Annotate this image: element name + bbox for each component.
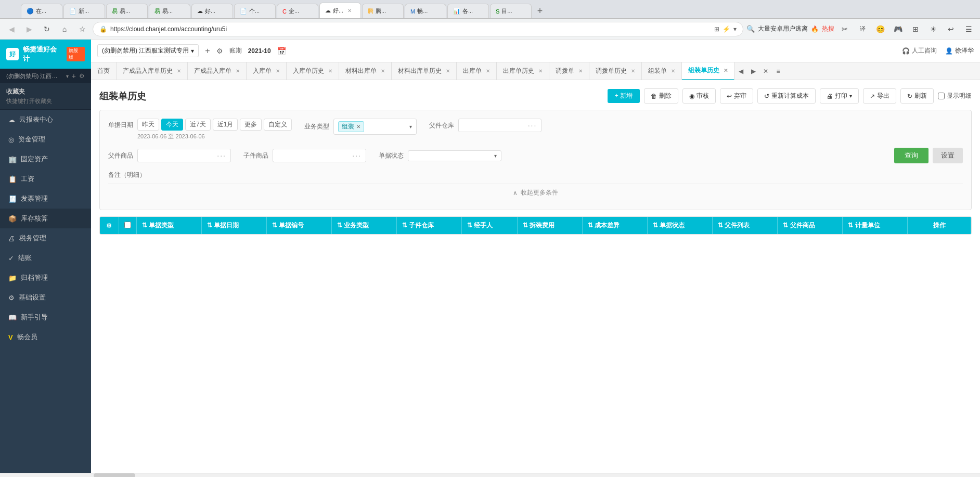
sidebar-item-archive[interactable]: 📁 归档管理	[0, 268, 91, 288]
sidebar-company-area[interactable]: (勿删勿禁用) 江西服宝测试专用 ▾ + ⚙	[0, 69, 91, 83]
settings-icon[interactable]: ⚙	[79, 72, 85, 80]
grid-btn[interactable]: ⊞	[908, 22, 923, 36]
col-parent-list[interactable]: ⇅ 父件列表	[713, 217, 778, 234]
menu-btn[interactable]: ☰	[961, 22, 976, 36]
sun-btn[interactable]: ☀	[926, 22, 940, 36]
col-handler[interactable]: ⇅ 经手人	[461, 217, 517, 234]
scrollbar-thumb[interactable]	[94, 473, 135, 477]
browser-tab-6[interactable]: 📄个...	[234, 4, 276, 18]
browser-tab-8-active[interactable]: ☁好...✕	[319, 3, 361, 18]
user-info[interactable]: 👤 徐泽华	[945, 46, 974, 55]
add-company-btn[interactable]: +	[205, 46, 210, 56]
tab-more-btn[interactable]: ≡	[772, 62, 784, 80]
sidebar-item-invoice[interactable]: 🧾 发票管理	[0, 189, 91, 209]
url-bar[interactable]: 🔒 https://cloud.chanjet.com/accounting/u…	[93, 22, 743, 36]
tab-nav-right[interactable]: ▶	[747, 62, 759, 80]
abandon-btn[interactable]: ↩弃审	[720, 88, 753, 104]
delete-btn[interactable]: 🗑删除	[644, 88, 678, 104]
browser-tab-4[interactable]: 易易...	[149, 4, 190, 18]
parent-goods-input[interactable]: ···	[137, 149, 231, 162]
child-goods-input[interactable]: ···	[273, 149, 366, 162]
browser-tab-7[interactable]: C企...	[277, 4, 318, 18]
date-btn-more[interactable]: 更多	[240, 119, 262, 131]
tab-material-out-history[interactable]: 材料出库单历史 ✕	[392, 62, 457, 80]
col-settings[interactable]: ⚙	[100, 217, 119, 234]
date-btn-yesterday[interactable]: 昨天	[137, 119, 159, 131]
filter-settings-btn[interactable]: 设置	[933, 148, 963, 163]
col-child-warehouse[interactable]: ⇅ 子件仓库	[396, 217, 461, 234]
browser-tab-9[interactable]: 腾腾...	[362, 4, 404, 18]
print-btn[interactable]: 🖨打印▾	[820, 88, 859, 104]
col-business-type[interactable]: ⇅ 业务类型	[331, 217, 396, 234]
sidebar-item-checkout[interactable]: ✓ 结账	[0, 248, 91, 268]
browser-tab-5[interactable]: ☁好...	[191, 4, 233, 18]
col-disassembly-fee[interactable]: ⇅ 拆装费用	[517, 217, 582, 234]
col-unit[interactable]: ⇅ 计量单位	[843, 217, 908, 234]
select-all-checkbox[interactable]	[124, 222, 131, 228]
company-selector[interactable]: (勿删勿禁用) 江西服宝测试专用 ▾	[97, 44, 199, 57]
horizontal-scrollbar[interactable]	[0, 473, 980, 477]
tab-close-btn[interactable]: ✕	[759, 62, 772, 80]
tab-in-order[interactable]: 入库单 ✕	[247, 62, 287, 80]
business-tag-close[interactable]: ✕	[356, 124, 360, 130]
translate-btn[interactable]: 译	[855, 22, 870, 36]
col-order-date[interactable]: ⇅ 单据日期	[201, 217, 266, 234]
tab-out-history[interactable]: 出库单历史 ✕	[497, 62, 549, 80]
settings-gear-btn[interactable]: ⚙	[216, 47, 223, 55]
browser-tab-12[interactable]: S目...	[490, 4, 532, 18]
refresh-btn[interactable]: ↻刷新	[900, 88, 934, 104]
sidebar-item-fund[interactable]: ◎ 资金管理	[0, 130, 91, 149]
scissors-btn[interactable]: ✂	[837, 22, 852, 36]
col-order-no[interactable]: ⇅ 单据编号	[266, 217, 331, 234]
col-checkbox[interactable]	[119, 217, 136, 234]
col-order-type[interactable]: ⇅ 单据类型	[136, 217, 201, 234]
recalc-btn[interactable]: ↺重新计算成本	[757, 88, 816, 104]
business-type-selector[interactable]: 组装 ✕ ▾	[333, 119, 417, 135]
sidebar-item-payroll[interactable]: 📋 工资	[0, 169, 91, 189]
date-btn-1month[interactable]: 近1月	[213, 119, 238, 131]
sidebar-item-member[interactable]: V 畅会员	[0, 327, 91, 347]
tab-material-out[interactable]: 材料出库单 ✕	[339, 62, 392, 80]
undo-btn[interactable]: ↩	[944, 22, 958, 36]
sidebar-item-basic-settings[interactable]: ⚙ 基础设置	[0, 288, 91, 307]
refresh-nav-btn[interactable]: ↻	[40, 22, 54, 36]
sidebar-item-tax[interactable]: 🖨 税务管理	[0, 228, 91, 248]
tab-produce-in-history[interactable]: 产成品入库单历史 ✕	[117, 62, 188, 80]
emoji-btn[interactable]: 😊	[873, 22, 887, 36]
col-parent-goods[interactable]: ⇅ 父件商品	[778, 217, 843, 234]
browser-tab-11[interactable]: 📊各...	[447, 4, 489, 18]
sidebar-item-fixed-assets[interactable]: 🏢 固定资产	[0, 149, 91, 169]
tab-in-history[interactable]: 入库单历史 ✕	[287, 62, 339, 80]
add-btn[interactable]: + 新增	[608, 89, 640, 103]
display-detail-checkbox[interactable]	[938, 93, 945, 99]
consult-btn[interactable]: 🎧 人工咨询	[902, 46, 937, 55]
collapse-bar[interactable]: ∧ 收起更多条件	[108, 184, 963, 201]
tab-nav-left[interactable]: ◀	[734, 62, 747, 80]
date-btn-7days[interactable]: 近7天	[185, 119, 211, 131]
parent-warehouse-input[interactable]: ···	[458, 119, 541, 132]
tab-produce-in[interactable]: 产成品入库单 ✕	[188, 62, 247, 80]
tab-out-order[interactable]: 出库单 ✕	[457, 62, 497, 80]
browser-tab-10[interactable]: M畅...	[405, 4, 446, 18]
back-btn[interactable]: ◀	[4, 22, 19, 36]
query-btn[interactable]: 查询	[894, 148, 929, 163]
date-btn-custom[interactable]: 自定义	[264, 119, 292, 131]
favorites-sub[interactable]: 快捷键打开收藏夹	[6, 97, 85, 105]
sidebar-item-inventory[interactable]: 📦 库存核算	[0, 209, 91, 228]
bookmark-btn[interactable]: ☆	[75, 22, 89, 36]
calendar-icon[interactable]: 📅	[277, 47, 286, 55]
browser-tab-3[interactable]: 易易...	[106, 4, 148, 18]
tab-assembly[interactable]: 调拨单 ✕	[549, 62, 589, 80]
tab-assembly-history[interactable]: 调拨单历史 ✕	[589, 62, 642, 80]
new-tab-btn[interactable]: +	[533, 4, 547, 18]
browser-tab-2[interactable]: 📄新...	[63, 4, 105, 18]
tab-pack-history[interactable]: 组装单历史 ✕	[682, 62, 734, 80]
game-btn[interactable]: 🎮	[891, 22, 905, 36]
sidebar-item-cloud-report[interactable]: ☁ 云报表中心	[0, 110, 91, 130]
tab-home[interactable]: 首页	[91, 62, 117, 80]
add-company-icon[interactable]: +	[72, 72, 76, 80]
export-btn[interactable]: ↗导出	[863, 88, 896, 104]
date-btn-today[interactable]: 今天	[161, 119, 183, 131]
audit-btn[interactable]: ◉审核	[682, 88, 716, 104]
sidebar-item-guide[interactable]: 📖 新手引导	[0, 307, 91, 327]
